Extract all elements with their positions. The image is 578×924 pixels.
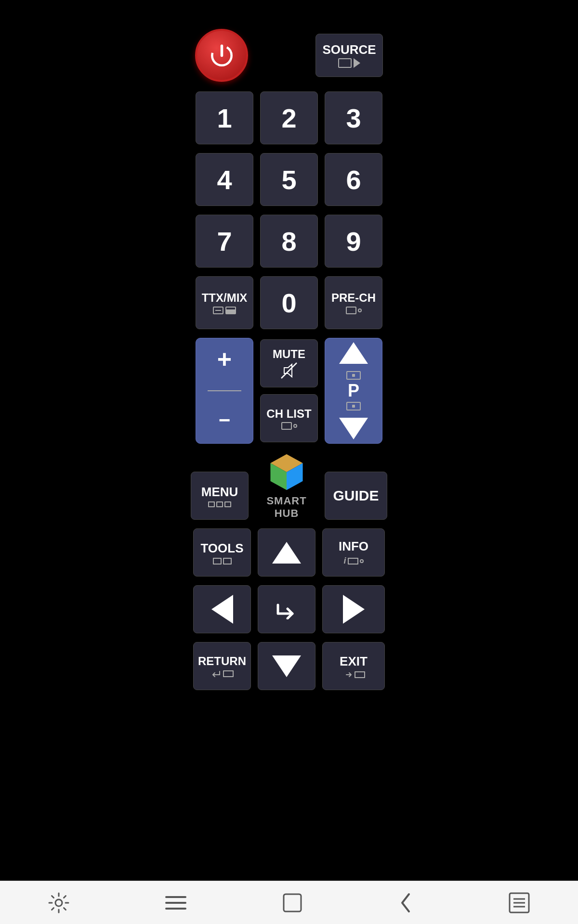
btn-2[interactable]: 2	[260, 91, 318, 144]
menu-button[interactable]: MENU	[191, 472, 249, 520]
source-button[interactable]: SOURCE	[315, 34, 383, 77]
return-down-exit-row: RETURN EXIT	[193, 642, 385, 690]
menu-smarthub-guide-row: MENU SMART HUB GUIDE	[191, 452, 387, 520]
num-row-789: 7 8 9	[196, 215, 382, 268]
btn-5[interactable]: 5	[260, 153, 318, 206]
channel-button[interactable]: P	[325, 338, 382, 444]
btn-9[interactable]: 9	[325, 215, 382, 268]
svg-line-2	[281, 363, 297, 378]
right-arrow-button[interactable]	[322, 585, 385, 633]
down-arrow-icon	[272, 655, 301, 677]
list-icon-button[interactable]	[494, 887, 544, 918]
btn-6[interactable]: 6	[325, 153, 382, 206]
bottom-nav-bar	[0, 881, 578, 924]
num-row-456: 4 5 6	[196, 153, 382, 206]
guide-button[interactable]: GUIDE	[325, 472, 387, 520]
btn-7[interactable]: 7	[196, 215, 253, 268]
up-arrow-icon	[272, 542, 301, 564]
tools-button[interactable]: TOOLS	[193, 528, 251, 577]
smart-hub-button[interactable]: SMART HUB	[255, 452, 318, 520]
home-icon-button[interactable]	[268, 888, 316, 917]
num-row-special: TTX/MIX 0 PRE-CH	[196, 276, 382, 329]
ch-up-arrow	[339, 342, 368, 364]
menu-icon-button[interactable]	[151, 890, 201, 916]
num-row-123: 1 2 3	[196, 91, 382, 144]
btn-8[interactable]: 8	[260, 215, 318, 268]
svg-point-6	[55, 899, 62, 906]
settings-button[interactable]	[34, 887, 84, 918]
return-button[interactable]: RETURN	[193, 642, 251, 690]
svg-rect-10	[284, 894, 301, 911]
enter-button[interactable]	[258, 585, 315, 633]
power-button[interactable]	[195, 29, 248, 82]
exit-button[interactable]: EXIT	[322, 642, 385, 690]
left-arrow-button[interactable]	[193, 585, 251, 633]
btn-4[interactable]: 4	[196, 153, 253, 206]
right-arrow-icon	[343, 595, 365, 624]
left-arrow-icon	[211, 595, 233, 624]
source-label: SOURCE	[322, 43, 376, 57]
btn-3[interactable]: 3	[325, 91, 382, 144]
mute-chlist-col: MUTE CH LIST	[260, 339, 318, 442]
btn-ttx-mix[interactable]: TTX/MIX	[196, 276, 253, 329]
ch-list-button[interactable]: CH LIST	[260, 394, 318, 442]
btn-prech[interactable]: PRE-CH	[325, 276, 382, 329]
back-icon-button[interactable]	[384, 887, 427, 918]
volume-button[interactable]: + −	[196, 338, 253, 444]
btn-0[interactable]: 0	[260, 276, 318, 329]
tools-up-info-row: TOOLS INFO i	[193, 528, 385, 577]
ch-down-arrow	[339, 418, 368, 439]
btn-1[interactable]: 1	[196, 91, 253, 144]
vol-ch-row: + − MUTE CH LIST	[196, 338, 382, 444]
mute-button[interactable]: MUTE	[260, 339, 318, 387]
left-enter-right-row	[193, 585, 385, 633]
up-arrow-button[interactable]	[258, 528, 315, 577]
smart-hub-label: SMART HUB	[255, 495, 318, 520]
down-arrow-button[interactable]	[258, 642, 315, 690]
remote-control: SOURCE 1 2 3 4 5 6 7 8 9 TTX/MIX	[0, 0, 578, 924]
info-button[interactable]: INFO i	[322, 528, 385, 577]
